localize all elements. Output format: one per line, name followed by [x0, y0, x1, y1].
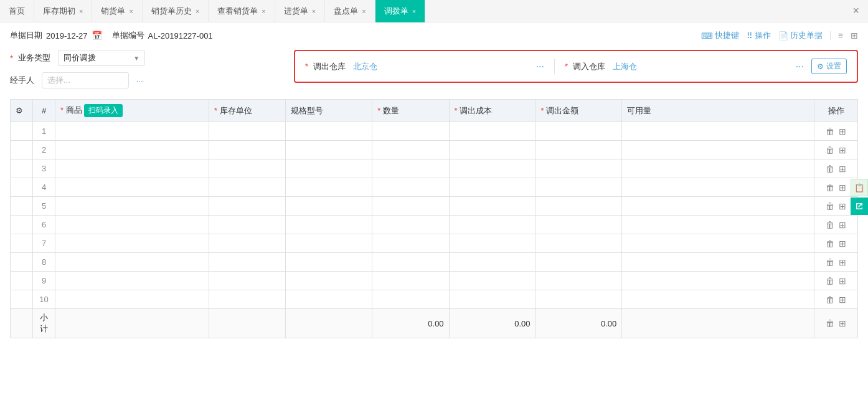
row-copy-icon[interactable]: ⊞	[839, 145, 846, 155]
row-goods-cell[interactable]	[55, 290, 209, 309]
row-goods-cell[interactable]	[55, 272, 209, 290]
tab-sales-order[interactable]: 销货单 ×	[92, 0, 142, 22]
handler-input[interactable]: 选择...	[42, 72, 129, 88]
row-unit-cell[interactable]	[209, 141, 285, 159]
tab-inventory-check[interactable]: 盘点单 ×	[325, 0, 375, 22]
layout-icon-2[interactable]: ⊞	[851, 31, 858, 40]
tab-transfer-close[interactable]: ×	[412, 7, 416, 15]
business-type-select[interactable]: 同价调拨 ▼	[58, 50, 145, 66]
row-qty-cell[interactable]	[372, 197, 449, 216]
in-warehouse-more[interactable]: ···	[796, 61, 804, 72]
handler-more-btn[interactable]: ···	[136, 76, 143, 85]
row-delete-icon[interactable]: 🗑	[826, 164, 834, 174]
row-copy-icon[interactable]: ⊞	[839, 276, 846, 286]
row-goods-cell[interactable]	[55, 122, 209, 141]
tab-transfer[interactable]: 调拨单 ×	[375, 0, 425, 22]
row-out-cost-cell[interactable]	[449, 178, 535, 197]
row-goods-cell[interactable]	[55, 159, 209, 178]
row-out-cost-cell[interactable]	[449, 159, 535, 178]
tab-sales-order-close[interactable]: ×	[129, 7, 133, 15]
row-spec-cell[interactable]	[286, 197, 372, 216]
row-qty-cell[interactable]	[372, 216, 449, 234]
row-spec-cell[interactable]	[286, 141, 372, 159]
out-warehouse-value[interactable]: 北京仓	[353, 61, 377, 72]
sidebar-doc-icon[interactable]: 📋	[851, 179, 868, 196]
row-delete-icon[interactable]: 🗑	[826, 295, 834, 305]
row-out-amount-cell[interactable]	[535, 253, 622, 272]
layout-icon-1[interactable]: ≡	[838, 31, 843, 40]
scan-button[interactable]: 扫码录入	[84, 104, 123, 117]
row-qty-cell[interactable]	[372, 141, 449, 159]
row-qty-cell[interactable]	[372, 178, 449, 197]
row-spec-cell[interactable]	[286, 216, 372, 234]
settings-btn[interactable]: ⚙ 设置	[811, 59, 847, 74]
date-value[interactable]: 2019-12-27	[46, 31, 88, 40]
row-out-amount-cell[interactable]	[535, 234, 622, 253]
row-copy-icon[interactable]: ⊞	[839, 164, 846, 174]
row-delete-icon[interactable]: 🗑	[826, 145, 834, 155]
row-unit-cell[interactable]	[209, 197, 285, 216]
row-spec-cell[interactable]	[286, 234, 372, 253]
row-delete-icon[interactable]: 🗑	[826, 276, 834, 286]
tab-inventory-check-close[interactable]: ×	[362, 7, 366, 15]
row-qty-cell[interactable]	[372, 253, 449, 272]
row-out-amount-cell[interactable]	[535, 159, 622, 178]
row-goods-cell[interactable]	[55, 253, 209, 272]
tab-view-sales[interactable]: 查看销货单 ×	[209, 0, 275, 22]
row-goods-cell[interactable]	[55, 141, 209, 159]
row-spec-cell[interactable]	[286, 122, 372, 141]
row-delete-icon[interactable]: 🗑	[826, 201, 834, 211]
row-spec-cell[interactable]	[286, 272, 372, 290]
tab-home[interactable]: 首页	[0, 0, 34, 22]
tab-purchase[interactable]: 进货单 ×	[275, 0, 325, 22]
row-copy-icon[interactable]: ⊞	[839, 239, 846, 249]
shortcuts-btn[interactable]: ⌨ 快捷键	[701, 30, 739, 41]
out-warehouse-more[interactable]: ···	[536, 61, 544, 72]
row-qty-cell[interactable]	[372, 272, 449, 290]
row-out-cost-cell[interactable]	[449, 272, 535, 290]
row-out-amount-cell[interactable]	[535, 122, 622, 141]
row-unit-cell[interactable]	[209, 159, 285, 178]
row-spec-cell[interactable]	[286, 253, 372, 272]
row-out-cost-cell[interactable]	[449, 216, 535, 234]
close-all-tabs[interactable]: ×	[844, 4, 868, 17]
sidebar-link-icon[interactable]	[851, 198, 868, 215]
row-qty-cell[interactable]	[372, 159, 449, 178]
row-unit-cell[interactable]	[209, 253, 285, 272]
col-gear[interactable]: ⚙	[11, 100, 33, 122]
tab-sales-history-close[interactable]: ×	[196, 7, 199, 15]
row-out-cost-cell[interactable]	[449, 290, 535, 309]
row-copy-icon[interactable]: ⊞	[839, 220, 846, 230]
row-copy-icon[interactable]: ⊞	[839, 183, 846, 193]
row-delete-icon[interactable]: 🗑	[826, 239, 834, 249]
row-qty-cell[interactable]	[372, 290, 449, 309]
row-unit-cell[interactable]	[209, 234, 285, 253]
row-out-amount-cell[interactable]	[535, 178, 622, 197]
row-unit-cell[interactable]	[209, 178, 285, 197]
row-qty-cell[interactable]	[372, 234, 449, 253]
row-out-amount-cell[interactable]	[535, 290, 622, 309]
row-out-amount-cell[interactable]	[535, 197, 622, 216]
tab-inventory-init[interactable]: 库存期初 ×	[34, 0, 92, 22]
tab-view-sales-close[interactable]: ×	[262, 7, 265, 15]
row-spec-cell[interactable]	[286, 178, 372, 197]
row-copy-icon[interactable]: ⊞	[839, 295, 846, 305]
row-delete-icon[interactable]: 🗑	[826, 220, 834, 230]
row-out-amount-cell[interactable]	[535, 216, 622, 234]
row-unit-cell[interactable]	[209, 290, 285, 309]
row-qty-cell[interactable]	[372, 122, 449, 141]
tab-inventory-init-close[interactable]: ×	[79, 7, 83, 15]
row-delete-icon[interactable]: 🗑	[826, 183, 834, 193]
row-out-amount-cell[interactable]	[535, 141, 622, 159]
row-spec-cell[interactable]	[286, 290, 372, 309]
row-out-cost-cell[interactable]	[449, 141, 535, 159]
tab-purchase-close[interactable]: ×	[312, 7, 316, 15]
row-out-cost-cell[interactable]	[449, 253, 535, 272]
row-out-cost-cell[interactable]	[449, 234, 535, 253]
row-copy-icon[interactable]: ⊞	[839, 257, 846, 267]
row-out-cost-cell[interactable]	[449, 122, 535, 141]
row-copy-icon[interactable]: ⊞	[839, 201, 846, 211]
row-unit-cell[interactable]	[209, 272, 285, 290]
row-out-amount-cell[interactable]	[535, 272, 622, 290]
row-delete-icon[interactable]: 🗑	[826, 257, 834, 267]
